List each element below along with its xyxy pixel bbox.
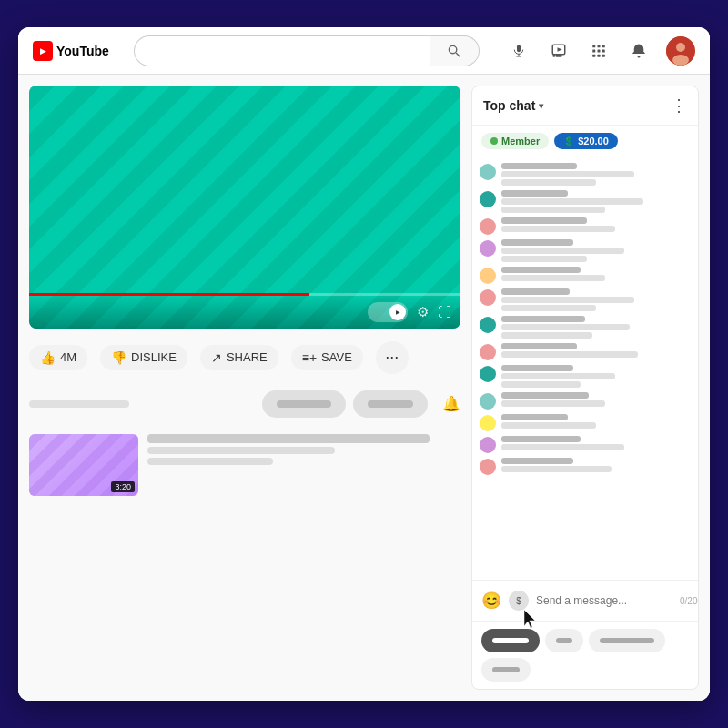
message-avatar [480,393,496,410]
chip-label [600,638,654,643]
fullscreen-icon[interactable]: ⛶ [438,304,451,319]
message-content [501,343,691,358]
message-text-2 [501,256,587,262]
chat-more-icon[interactable]: ⋮ [671,96,687,116]
rec-thumbnail[interactable]: 3:20 [29,434,138,496]
chat-message [480,392,691,410]
chat-title[interactable]: Top chat ▾ [483,98,543,113]
message-avatar [480,344,496,360]
share-label: SHARE [227,350,268,364]
rec-duration: 3:20 [111,481,135,492]
emoji-button[interactable]: 😊 [481,591,501,611]
chat-chip[interactable] [481,658,531,682]
dislike-button[interactable]: 👎 DISLIKE [100,345,187,370]
message-name [501,392,589,399]
chat-chip[interactable] [545,629,583,652]
chat-message [480,343,691,360]
settings-icon[interactable]: ⚙ [417,304,429,320]
message-avatar [480,437,496,453]
chat-chip[interactable] [589,629,665,652]
message-text [501,297,634,303]
message-name [501,239,573,246]
notifications-icon[interactable] [626,38,652,64]
chat-message [480,239,691,262]
message-text-2 [501,179,596,186]
message-avatar [480,366,496,382]
superchat-filter-badge[interactable]: 💲 $20.00 [554,133,618,149]
svg-rect-11 [602,45,605,47]
svg-rect-15 [592,54,595,56]
chat-message [480,163,691,186]
create-icon[interactable] [546,38,571,64]
svg-rect-12 [592,49,595,52]
subscribe-button-2[interactable] [353,390,428,418]
autoplay-toggle[interactable] [368,302,408,322]
message-text [501,171,634,177]
like-button[interactable]: 👍 4M [29,345,87,370]
subscribe-button[interactable] [262,390,346,418]
save-button[interactable]: ≡+ SAVE [291,345,363,370]
chat-panel: Top chat ▾ ⋮ Member 💲 $20.00 [471,86,699,690]
chip-label [492,638,529,643]
chat-input[interactable] [536,588,672,613]
svg-point-19 [676,43,685,52]
message-text [501,466,612,472]
chat-message [480,414,691,431]
svg-line-1 [456,53,460,56]
message-content [501,458,691,472]
toggle-knob [389,304,406,320]
message-content [501,163,691,186]
rec-info [147,434,460,496]
save-icon: ≡+ [302,350,317,365]
chat-message [480,365,691,388]
search-bar [134,35,480,66]
subscribe-bell-icon[interactable]: 🔔 [442,395,460,412]
apps-icon[interactable] [586,38,612,64]
left-panel: ⚙ ⛶ 👍 4M 👎 DISLIKE ↗ SHARE [29,86,460,690]
message-avatar [480,289,496,306]
message-content [501,288,691,311]
message-name [501,288,570,295]
superchat-button[interactable]: $ [509,591,529,611]
mic-icon[interactable] [506,38,531,64]
more-button[interactable]: ··· [376,341,409,374]
message-content [501,190,691,213]
superchat-icon: 💲 [563,136,574,147]
share-button[interactable]: ↗ SHARE [200,345,278,370]
chat-input-area: 😊 $ 0/200 ➤ [472,580,698,621]
message-avatar [480,415,496,431]
message-content [501,436,691,450]
message-content [501,239,691,262]
chat-header: Top chat ▾ ⋮ [472,86,698,126]
message-text-2 [501,305,596,311]
video-player[interactable]: ⚙ ⛶ [29,86,460,329]
rec-meta-bar [147,458,273,465]
video-controls: ⚙ ⛶ [29,296,460,329]
chat-message [480,190,691,213]
chat-message [480,316,691,339]
header: YouTube [18,27,710,75]
member-filter-badge[interactable]: Member [481,133,549,149]
message-text-2 [501,381,581,388]
message-avatar [480,191,496,207]
char-count: 0/200 [680,596,699,606]
chat-chip[interactable] [481,629,540,652]
message-avatar [480,317,496,333]
dislike-label: DISLIKE [131,350,177,364]
message-name [501,436,581,442]
avatar[interactable] [666,36,695,66]
chat-title-text: Top chat [483,98,535,113]
logo[interactable]: YouTube [33,42,115,60]
message-content [501,392,691,407]
search-button[interactable] [430,35,480,66]
message-name [501,163,577,169]
superchat-label: $20.00 [578,136,609,147]
chat-message [480,458,691,475]
member-dot-icon [490,137,498,145]
svg-rect-14 [602,49,605,52]
channel-name-bar [29,400,129,408]
message-name [501,343,577,349]
search-input[interactable] [134,35,430,66]
message-text [501,198,643,205]
message-name [501,217,587,224]
